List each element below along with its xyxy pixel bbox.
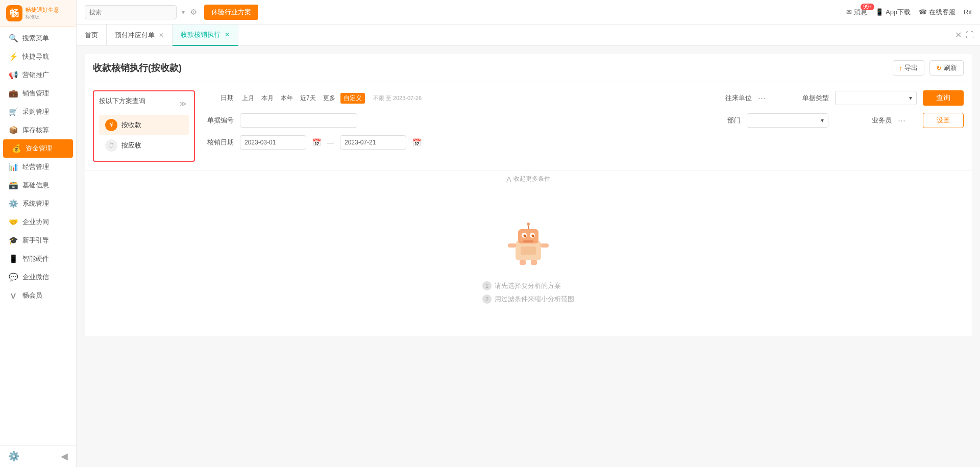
- tab-writeoff[interactable]: 收款核销执行 ✕: [173, 24, 238, 46]
- online-service-button[interactable]: ☎ 在线客服: [919, 8, 955, 17]
- tab-prepay[interactable]: 预付冲应付单 ✕: [107, 24, 173, 46]
- dept-select[interactable]: ▾: [747, 113, 828, 128]
- collapse-more-button[interactable]: ⋀ 收起更多条件: [506, 175, 550, 183]
- sidebar-item-sales[interactable]: 💼 销售管理: [0, 84, 76, 103]
- writeoff-calendar-to-icon[interactable]: 📅: [412, 138, 421, 146]
- svg-point-5: [532, 235, 534, 237]
- query-by-item-receipt[interactable]: ¥ 按收款: [99, 115, 189, 135]
- refresh-button[interactable]: ↻ 刷新: [929, 60, 964, 76]
- logo-icon: 畅: [6, 5, 22, 21]
- shortcut-last-month[interactable]: 上月: [240, 93, 256, 104]
- counterpart-input[interactable]: ···: [758, 93, 766, 104]
- empty-tips: 1 请先选择要分析的方案 2 用过滤条件来缩小分析范围: [482, 279, 574, 306]
- app-download-button[interactable]: 📱 App下载: [875, 8, 911, 17]
- shortcut-this-year[interactable]: 本年: [279, 93, 295, 104]
- message-button[interactable]: ✉ 消息 99+: [846, 8, 867, 17]
- query-by-receipt-label: 按收款: [121, 120, 141, 130]
- shortcut-7days[interactable]: 近7天: [298, 93, 318, 104]
- sidebar-label-sales: 销售管理: [22, 89, 49, 98]
- user-name[interactable]: Rit: [964, 8, 972, 16]
- writeoff-date-to[interactable]: [340, 135, 406, 150]
- shortcut-this-month[interactable]: 本月: [259, 93, 276, 104]
- sidebar-item-search[interactable]: 🔍 搜索菜单: [0, 29, 76, 47]
- voucher-type-select[interactable]: ▾: [835, 91, 917, 105]
- voucher-no-input[interactable]: [240, 113, 357, 128]
- sidebar-menu: 🔍 搜索菜单 ⚡ 快捷导航 📢 营销推广 💼 销售管理 🛒 采购管理 📦 库存核…: [0, 27, 76, 445]
- collapse-sidebar-icon[interactable]: ◀: [61, 451, 68, 462]
- logo-text-group: 畅捷通好生意 标准版: [26, 6, 59, 20]
- shortcut-more[interactable]: 更多: [321, 93, 337, 104]
- app-logo: 畅 畅捷通好生意 标准版: [0, 0, 76, 27]
- sidebar-item-operation[interactable]: 📊 经营管理: [0, 158, 76, 176]
- svg-rect-10: [523, 240, 533, 242]
- svg-rect-8: [508, 243, 516, 248]
- close-tab-button[interactable]: ✕: [955, 30, 962, 40]
- filter-panel: 按以下方案查询 ≫ ¥ 按收款 ⏱ 按应收 日: [85, 82, 972, 170]
- query-by-item-receivable[interactable]: ⏱ 按应收: [99, 135, 189, 156]
- sidebar-item-inventory[interactable]: 📦 库存核算: [0, 121, 76, 139]
- export-icon: ↑: [899, 64, 903, 72]
- shortcut-custom[interactable]: 自定义: [340, 93, 365, 104]
- collab-icon: 🤝: [8, 217, 18, 227]
- export-button[interactable]: ↑ 导出: [893, 60, 925, 76]
- sidebar-item-guide[interactable]: 🎓 新手引导: [0, 231, 76, 250]
- page-title-bar: 收款核销执行(按收款) ↑ 导出 ↻ 刷新: [85, 54, 972, 82]
- sidebar-item-quicknav[interactable]: ⚡ 快捷导航: [0, 47, 76, 66]
- counterpart-label: 往来单位: [721, 93, 752, 103]
- dept-label: 部门: [710, 116, 741, 125]
- hardware-icon: 📱: [8, 254, 18, 263]
- date-no-limit: 不限 至 2023-07-26: [373, 94, 422, 102]
- settings-button[interactable]: 设置: [923, 113, 964, 128]
- sidebar-label-guide: 新手引导: [22, 236, 49, 245]
- sidebar-item-purchase[interactable]: 🛒 采购管理: [0, 103, 76, 121]
- nav-tabs: 首页 预付冲应付单 ✕ 收款核销执行 ✕ ✕ ⛶: [77, 24, 980, 46]
- page-title: 收款核销执行(按收款): [93, 62, 182, 74]
- tip-text-2: 用过滤条件来缩小分析范围: [495, 292, 574, 306]
- sidebar-item-wechat[interactable]: 💬 企业微信: [0, 268, 76, 286]
- query-button[interactable]: 查询: [923, 90, 964, 106]
- topbar-chevron-icon[interactable]: ▾: [182, 9, 185, 16]
- sidebar-item-basic[interactable]: 🗃️ 基础信息: [0, 176, 76, 194]
- refresh-icon: ↻: [936, 64, 942, 72]
- writeoff-date-from[interactable]: [240, 135, 306, 150]
- maximize-tab-button[interactable]: ⛶: [966, 31, 974, 40]
- tip-num-1: 1: [482, 281, 492, 290]
- topbar-search-input[interactable]: [85, 5, 177, 19]
- sales-icon: 💼: [8, 89, 18, 98]
- settings-icon[interactable]: ⚙️: [8, 451, 19, 462]
- sidebar-label-wechat: 企业微信: [22, 273, 49, 282]
- sidebar-item-collab[interactable]: 🤝 企业协同: [0, 213, 76, 231]
- svg-rect-11: [521, 247, 536, 255]
- topbar-gear-icon[interactable]: ⚙: [190, 7, 197, 17]
- tip-item-1: 1 请先选择要分析的方案: [482, 279, 574, 292]
- sidebar-item-finance[interactable]: 💰 资金管理: [3, 139, 73, 158]
- tab-writeoff-close-icon[interactable]: ✕: [225, 31, 230, 38]
- tab-prepay-close-icon[interactable]: ✕: [159, 32, 164, 39]
- svg-rect-13: [531, 260, 537, 265]
- sidebar-item-hardware[interactable]: 📱 智能硬件: [0, 250, 76, 268]
- collapse-more-chevron-icon: ⋀: [506, 176, 511, 183]
- tab-writeoff-label: 收款核销执行: [181, 30, 220, 39]
- collapse-more-label: 收起更多条件: [513, 175, 550, 183]
- query-by-collapse-button[interactable]: ≫: [177, 97, 189, 110]
- writeoff-calendar-from-icon[interactable]: 📅: [312, 138, 321, 146]
- topbar-right-actions: ✉ 消息 99+ 📱 App下载 ☎ 在线客服 Rit: [846, 8, 972, 17]
- system-icon: ⚙️: [8, 199, 18, 208]
- guide-icon: 🎓: [8, 236, 18, 245]
- svg-point-7: [527, 223, 530, 226]
- sidebar-label-operation: 经营管理: [22, 162, 49, 171]
- sidebar-item-member[interactable]: V 畅会员: [0, 286, 76, 305]
- refresh-label: 刷新: [944, 63, 957, 72]
- query-by-receivable-label: 按应收: [121, 141, 141, 150]
- quicknav-icon: ⚡: [8, 52, 18, 61]
- writeoff-date-label: 核销日期: [203, 138, 234, 147]
- query-by-panel: 按以下方案查询 ≫ ¥ 按收款 ⏱ 按应收: [93, 90, 195, 162]
- sidebar-item-system[interactable]: ⚙️ 系统管理: [0, 194, 76, 213]
- industry-solution-button[interactable]: 休验行业方案: [204, 5, 258, 20]
- tab-home[interactable]: 首页: [77, 24, 107, 46]
- sidebar-label-finance: 资金管理: [26, 144, 52, 153]
- sidebar-item-marketing[interactable]: 📢 营销推广: [0, 66, 76, 84]
- collapse-more-bar: ⋀ 收起更多条件: [85, 170, 972, 187]
- business-input[interactable]: ···: [898, 115, 905, 126]
- sidebar-label-quicknav: 快捷导航: [22, 52, 49, 61]
